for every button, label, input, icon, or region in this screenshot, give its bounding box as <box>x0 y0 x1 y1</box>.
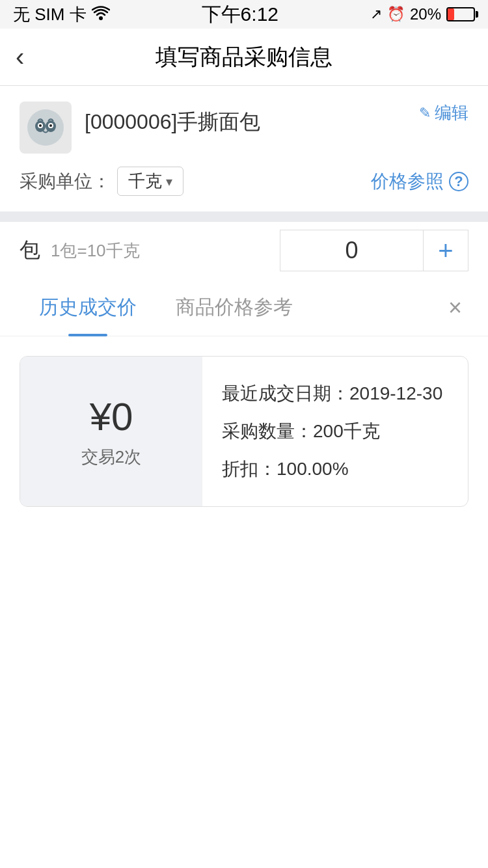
product-header: [0000006]手撕面包 ✎ 编辑 <box>20 102 468 154</box>
svg-point-7 <box>49 124 52 127</box>
discount-label: 折扣： <box>222 459 277 479</box>
wifi-icon <box>92 5 110 25</box>
history-content: ¥0 交易2次 最近成交日期：2019-12-30 采购数量：200千克 折扣：… <box>0 336 488 526</box>
purchase-unit-row: 采购单位： 千克 ▾ 价格参照 ? <box>20 167 468 196</box>
package-unit: 包 1包=10千克 <box>20 236 140 265</box>
tab-product-price-label: 商品价格参考 <box>176 294 293 321</box>
purchase-qty-label: 采购数量： <box>222 421 313 441</box>
nav-bar: ‹ 填写商品采购信息 <box>0 29 488 86</box>
carrier-text: 无 SIM 卡 <box>13 3 87 26</box>
edit-button[interactable]: ✎ 编辑 <box>419 102 468 124</box>
recent-date-row: 最近成交日期：2019-12-30 <box>222 380 448 407</box>
svg-point-6 <box>39 124 42 127</box>
unit-label: 采购单位： 千克 ▾ <box>20 167 183 196</box>
trade-count: 交易2次 <box>81 446 141 468</box>
battery-percent: 20% <box>410 5 441 23</box>
tabs-list: 历史成交价 商品价格参考 <box>20 279 312 336</box>
unit-label-text: 采购单位： <box>20 169 111 194</box>
close-panel-button[interactable]: × <box>442 288 468 328</box>
battery-icon <box>446 7 475 21</box>
svg-point-1 <box>27 109 64 146</box>
price-summary: ¥0 交易2次 <box>20 357 202 506</box>
price-ref-button[interactable]: 价格参照 ? <box>371 169 468 194</box>
price-amount: ¥0 <box>90 394 133 439</box>
help-icon: ? <box>449 172 468 191</box>
status-bar: 无 SIM 卡 下午6:12 ↗ ⏰ 20% <box>0 0 488 29</box>
discount-value: 100.00% <box>277 459 349 479</box>
price-card: ¥0 交易2次 最近成交日期：2019-12-30 采购数量：200千克 折扣：… <box>20 356 468 507</box>
status-right: ↗ ⏰ 20% <box>370 5 475 23</box>
help-text: ? <box>454 173 463 190</box>
dropdown-arrow-icon: ▾ <box>166 174 172 189</box>
quantity-controls: + <box>280 230 468 271</box>
back-button[interactable]: ‹ <box>16 42 24 72</box>
product-info: [0000006]手撕面包 <box>20 102 260 154</box>
product-thumbnail <box>20 102 72 154</box>
product-card: [0000006]手撕面包 ✎ 编辑 采购单位： 千克 ▾ 价格参照 ? <box>0 86 488 211</box>
unit-value: 千克 <box>128 170 162 193</box>
svg-point-0 <box>99 16 103 20</box>
price-details: 最近成交日期：2019-12-30 采购数量：200千克 折扣：100.00% <box>202 357 468 506</box>
discount-row: 折扣：100.00% <box>222 455 448 483</box>
package-ratio: 1包=10千克 <box>51 239 140 262</box>
quantity-row: 包 1包=10千克 + <box>0 222 488 279</box>
status-time: 下午6:12 <box>202 1 278 28</box>
package-label: 包 <box>20 236 40 265</box>
product-name: [0000006]手撕面包 <box>85 108 260 137</box>
tabs-panel: 历史成交价 商品价格参考 × ¥0 交易2次 最近成交日期：2019-12-30… <box>0 279 488 526</box>
alarm-icon: ⏰ <box>387 6 405 23</box>
edit-icon: ✎ <box>419 105 431 122</box>
purchase-qty-row: 采购数量：200千克 <box>222 418 448 445</box>
product-logo <box>26 108 65 147</box>
section-divider <box>0 211 488 222</box>
quantity-plus-button[interactable]: + <box>423 230 468 271</box>
status-left: 无 SIM 卡 <box>13 3 110 26</box>
page-title: 填写商品采购信息 <box>156 42 332 72</box>
unit-select[interactable]: 千克 ▾ <box>117 167 183 196</box>
bottom-fill <box>0 526 488 868</box>
tab-history-price[interactable]: 历史成交价 <box>20 279 156 336</box>
recent-date-label: 最近成交日期： <box>222 383 349 403</box>
tabs-header: 历史成交价 商品价格参考 × <box>0 279 488 336</box>
location-icon: ↗ <box>370 6 382 23</box>
price-ref-label: 价格参照 <box>371 169 444 194</box>
tab-history-price-label: 历史成交价 <box>39 294 137 321</box>
quantity-input[interactable] <box>280 230 423 271</box>
recent-date-value: 2019-12-30 <box>349 383 442 403</box>
tab-product-price[interactable]: 商品价格参考 <box>156 279 312 336</box>
purchase-qty-value: 200千克 <box>313 421 380 441</box>
edit-label: 编辑 <box>435 102 468 124</box>
